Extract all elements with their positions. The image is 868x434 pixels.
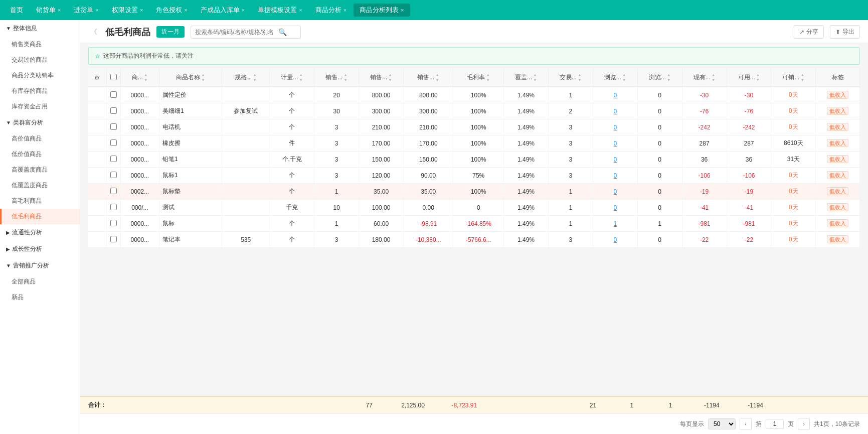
sidebar-group-growth[interactable]: ▶ 成长性分析: [0, 241, 80, 257]
row-checkbox[interactable]: [110, 172, 117, 178]
sidebar-group-overall[interactable]: ▼ 整体信息: [0, 20, 80, 37]
sort-name[interactable]: ▲▼: [201, 73, 205, 82]
nav-close-analysis-list[interactable]: ×: [401, 7, 404, 13]
td-checkbox[interactable]: [106, 103, 120, 119]
header-actions: ↗ 分享 ⬆ 导出: [794, 25, 860, 39]
search-input[interactable]: [195, 29, 275, 36]
sort-coverage[interactable]: ▲▼: [533, 73, 537, 82]
row-checkbox[interactable]: [110, 107, 117, 114]
sidebar-item-all-products[interactable]: 全部商品: [0, 274, 80, 290]
td-checkbox[interactable]: [106, 135, 120, 152]
row-checkbox[interactable]: [110, 139, 117, 146]
sort-spec[interactable]: ▲▼: [253, 73, 257, 82]
page-size-select[interactable]: 20 50 100: [708, 418, 736, 429]
sort-view1[interactable]: ▲▼: [622, 73, 626, 82]
nav-close-purchase[interactable]: ×: [95, 7, 98, 13]
td-view1[interactable]: 0: [593, 200, 637, 216]
th-settings[interactable]: ⚙: [88, 69, 106, 87]
sidebar-item-sales-products[interactable]: 销售类商品: [0, 37, 80, 52]
table-wrapper[interactable]: ⚙ 商...▲▼ 商品名称▲▼ 规格...▲▼ 计量...▲▼ 销售...▲▼ …: [80, 69, 868, 396]
sort-gross-margin[interactable]: ▲▼: [486, 73, 490, 82]
nav-close-template[interactable]: ×: [299, 7, 302, 13]
sort-current[interactable]: ▲▼: [712, 73, 716, 82]
sidebar-item-high-coverage[interactable]: 高覆盖度商品: [0, 162, 80, 178]
td-name: 鼠标垫: [159, 184, 222, 200]
nav-product-entry[interactable]: 产成品入库单 ×: [195, 4, 251, 17]
sidebar-item-traded-products[interactable]: 交易过的商品: [0, 52, 80, 68]
td-view1[interactable]: 0: [593, 184, 637, 200]
sidebar-item-high-value[interactable]: 高价值商品: [0, 131, 80, 147]
sidebar-item-stock-capital[interactable]: 库存资金占用: [0, 99, 80, 114]
page-number-input[interactable]: [766, 419, 784, 429]
sort-sale-amount[interactable]: ▲▼: [435, 73, 439, 82]
sort-sale-price[interactable]: ▲▼: [388, 73, 392, 82]
td-view1[interactable]: 1: [593, 216, 637, 232]
sort-trade[interactable]: ▲▼: [578, 73, 582, 82]
sort-unit[interactable]: ▲▼: [299, 73, 303, 82]
row-checkbox[interactable]: [110, 123, 117, 130]
nav-close-analysis[interactable]: ×: [343, 7, 346, 13]
td-view1[interactable]: 0: [593, 168, 637, 184]
td-checkbox[interactable]: [106, 216, 120, 232]
nav-template[interactable]: 单据模板设置 ×: [252, 4, 308, 17]
sidebar-item-new-products[interactable]: 新品: [0, 290, 80, 305]
nav-close-product[interactable]: ×: [242, 7, 245, 13]
nav-home[interactable]: 首页: [4, 4, 29, 17]
td-view1[interactable]: 0: [593, 119, 637, 135]
nav-sales-order[interactable]: 销货单 ×: [30, 4, 67, 17]
share-btn[interactable]: ↗ 分享: [794, 25, 824, 39]
sidebar-item-low-coverage[interactable]: 低覆盖度商品: [0, 178, 80, 193]
sidebar-group-cluster[interactable]: ▼ 类群富分析: [0, 114, 80, 131]
sort-sale-qty[interactable]: ▲▼: [343, 73, 348, 82]
collapse-sidebar-btn[interactable]: 《: [88, 26, 99, 39]
nav-permission[interactable]: 权限设置 ×: [106, 4, 149, 17]
nav-close-sales[interactable]: ×: [58, 7, 61, 13]
main-layout: ▼ 整体信息 销售类商品 交易过的商品 商品分类助销率 有库存的商品 库存资金占…: [0, 20, 868, 434]
sidebar-item-in-stock[interactable]: 有库存的商品: [0, 83, 80, 99]
td-checkbox[interactable]: [106, 232, 120, 248]
td-checkbox[interactable]: [106, 87, 120, 103]
row-checkbox[interactable]: [110, 204, 117, 210]
sort-view2[interactable]: ▲▼: [667, 73, 671, 82]
sidebar-item-high-margin[interactable]: 高毛利商品: [0, 193, 80, 209]
export-btn[interactable]: ⬆ 导出: [830, 25, 860, 39]
nav-purchase-order[interactable]: 进货单 ×: [68, 4, 104, 17]
td-trade-count: 2: [548, 103, 593, 119]
td-name: 吴细细1: [159, 103, 222, 119]
filter-period-btn[interactable]: 近一月: [156, 26, 185, 38]
next-page-btn[interactable]: ›: [798, 418, 810, 430]
td-checkbox[interactable]: [106, 200, 120, 216]
td-checkbox[interactable]: [106, 168, 120, 184]
td-view1[interactable]: 0: [593, 152, 637, 168]
sort-code[interactable]: ▲▼: [144, 73, 148, 82]
td-checkbox[interactable]: [106, 152, 120, 168]
prev-page-btn[interactable]: ‹: [740, 418, 752, 430]
row-checkbox[interactable]: [110, 188, 117, 194]
td-checkbox[interactable]: [106, 119, 120, 135]
select-all-checkbox[interactable]: [110, 74, 117, 80]
row-checkbox[interactable]: [110, 91, 117, 98]
td-view1[interactable]: 0: [593, 232, 637, 248]
sidebar-item-category-rate[interactable]: 商品分类助销率: [0, 68, 80, 83]
sidebar-item-low-margin[interactable]: 低毛利商品: [0, 209, 80, 224]
row-checkbox[interactable]: [110, 156, 117, 162]
td-view1[interactable]: 0: [593, 135, 637, 152]
sort-sellable[interactable]: ▲▼: [800, 73, 804, 82]
td-current-stock: 287: [682, 135, 727, 152]
nav-analysis-list[interactable]: 商品分析列表 ×: [354, 4, 410, 17]
tag-badge: 低收入: [827, 219, 848, 227]
row-checkbox[interactable]: [110, 220, 117, 226]
nav-close-permission[interactable]: ×: [140, 7, 143, 13]
nav-role-auth[interactable]: 角色授权 ×: [150, 4, 193, 17]
sidebar-group-flow[interactable]: ▶ 流通性分析: [0, 224, 80, 241]
sidebar-item-low-value[interactable]: 低价值商品: [0, 147, 80, 162]
nav-product-analysis[interactable]: 商品分析 ×: [309, 4, 353, 17]
sort-available[interactable]: ▲▼: [756, 73, 760, 82]
sidebar-group-marketing[interactable]: ▼ 营销推广分析: [0, 257, 80, 274]
td-view1[interactable]: 0: [593, 87, 637, 103]
nav-close-role[interactable]: ×: [184, 7, 187, 13]
td-checkbox[interactable]: [106, 184, 120, 200]
row-checkbox[interactable]: [110, 236, 117, 242]
th-checkbox[interactable]: [106, 69, 120, 87]
td-view1[interactable]: 0: [593, 103, 637, 119]
